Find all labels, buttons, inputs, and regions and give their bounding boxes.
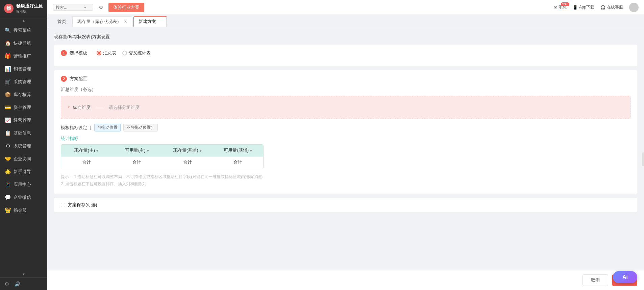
tab-new-close-icon[interactable]: ✕ xyxy=(159,20,162,24)
gift-icon: 🎁 xyxy=(5,53,11,59)
resize-handle[interactable] xyxy=(642,152,644,166)
radio-cross-label: 交叉统计表 xyxy=(129,50,151,56)
box-icon: 📦 xyxy=(5,92,11,98)
tab-home-label: 首页 xyxy=(57,19,66,25)
radio-summary-dot xyxy=(97,51,101,55)
sidebar-item-vip[interactable]: 👑 畅会员 xyxy=(0,204,47,217)
content-area: 现存量(库存状况表)方案设置 1 选择模板 汇总表 交叉统计表 xyxy=(47,28,644,270)
step2-title: 方案配置 xyxy=(70,76,87,82)
online-service-button[interactable]: 🎧 在线客服 xyxy=(600,4,623,10)
stats-table: 现存量(主) 可用量(主) xyxy=(61,144,264,168)
topbar-gear-icon[interactable]: ⚙ xyxy=(99,4,103,10)
chip-nodrag: 不可拖动位置） xyxy=(123,124,158,131)
sidebar-item-search[interactable]: 🔍 搜索菜单 xyxy=(0,24,47,37)
trial-button[interactable]: 体验行业方案 xyxy=(108,3,144,12)
radio-cross-table[interactable]: 交叉统计表 xyxy=(122,50,151,56)
step1-header: 1 选择模板 汇总表 交叉统计表 xyxy=(61,50,630,56)
sidebar-item-management[interactable]: 📈 经营管理 xyxy=(0,114,47,127)
dimension-box[interactable]: * 纵向维度 —— 请选择分组维度 xyxy=(61,96,630,119)
online-service-label: 在线客服 xyxy=(607,4,623,10)
col-0-label: 现存量(主) xyxy=(74,147,95,153)
sidebar-scroll-up[interactable]: ▲ xyxy=(0,17,47,24)
trending-icon: 📈 xyxy=(5,117,11,123)
message-icon: ✉ xyxy=(554,5,557,10)
save-label: 方案保存(可选) xyxy=(68,202,97,208)
required-mark: * xyxy=(68,105,70,110)
ai-float-button[interactable]: Ai xyxy=(613,271,637,283)
logo-icon: 畅 xyxy=(4,4,14,13)
dimension-name: 纵向维度 xyxy=(73,104,91,111)
step1-section: 1 选择模板 汇总表 交叉统计表 xyxy=(54,45,637,66)
sidebar-item-label: 经营管理 xyxy=(14,117,31,123)
sidebar-item-enterprise[interactable]: 🤝 企业协同 xyxy=(0,152,47,165)
dimension-separator: —— xyxy=(95,105,104,110)
sidebar-item-nav[interactable]: 🏠 快捷导航 xyxy=(0,37,47,50)
cancel-button[interactable]: 取消 xyxy=(583,274,608,286)
topbar: ⚙ 体验行业方案 ✉ 消息 99+ 📱 App下载 🎧 在线客服 xyxy=(47,0,644,15)
sidebar-item-marketing[interactable]: 🎁 营销推广 xyxy=(0,50,47,63)
search-dropdown-icon[interactable] xyxy=(84,5,86,10)
content-wrapper: ✕ ⤢ 现存量(库存状况表)方案设置 1 选择模板 汇总表 xyxy=(47,28,644,290)
sidebar-item-finance[interactable]: 💳 资金管理 xyxy=(0,101,47,114)
sidebar-item-label: 新手引导 xyxy=(14,169,31,175)
sidebar: 畅 畅康通好生意 标准版 ▲ 🔍 搜索菜单 🏠 快捷导航 🎁 营销推广 📊 销售… xyxy=(0,0,47,290)
page-title: 现存量(库存状况表)方案设置 xyxy=(54,34,637,40)
col-2-chevron[interactable] xyxy=(200,148,202,153)
stats-table-row-1: 合计 合计 合计 合计 xyxy=(61,156,263,168)
col-3-label: 可用量(基辅) xyxy=(224,147,249,153)
step2-section: 2 方案配置 汇总维度（必选） * 纵向维度 —— 请选择分组维度 模板指标设定… xyxy=(54,70,637,194)
tabbar: 首页 现存量（库存状况表） ✕ 新建方案 ✕ xyxy=(47,15,644,28)
tab-inventory[interactable]: 现存量（库存状况表） ✕ xyxy=(72,16,132,27)
tab-new-label: 新建方案 xyxy=(139,19,156,25)
app-download-button[interactable]: 📱 App下载 xyxy=(573,4,594,10)
step2-header: 2 方案配置 xyxy=(61,76,630,82)
tab-new-plan[interactable]: 新建方案 ✕ xyxy=(133,16,167,27)
chat-icon: 💬 xyxy=(5,194,11,200)
sidebar-items-list: 🔍 搜索菜单 🏠 快捷导航 🎁 营销推广 📊 销售管理 🛒 采购管理 📦 库存核… xyxy=(0,24,47,271)
sidebar-item-sales[interactable]: 📊 销售管理 xyxy=(0,63,47,75)
chart-icon: 📊 xyxy=(5,66,11,72)
app-download-label: App下载 xyxy=(579,4,594,10)
sidebar-item-wechat[interactable]: 💬 企业微信 xyxy=(0,191,47,204)
col-3-chevron[interactable] xyxy=(250,148,252,153)
sidebar-item-guide[interactable]: 🌟 新手引导 xyxy=(0,165,47,178)
app-name: 畅康通好生意 xyxy=(16,3,43,9)
sidebar-item-system[interactable]: ⚙ 系统管理 xyxy=(0,140,47,152)
sidebar-item-label: 资金管理 xyxy=(14,104,31,111)
user-avatar[interactable] xyxy=(629,3,639,12)
chip-draggable: 可拖动位置 xyxy=(94,124,121,131)
sidebar-item-basic[interactable]: 📋 基础信息 xyxy=(0,127,47,140)
radio-summary-table[interactable]: 汇总表 xyxy=(97,50,116,56)
radio-cross-dot xyxy=(122,51,127,55)
sidebar-item-label: 系统管理 xyxy=(14,143,31,149)
stats-col-3: 可用量(基辅) xyxy=(213,145,264,156)
sidebar-scroll-down[interactable]: ▼ xyxy=(0,271,47,277)
home-icon: 🏠 xyxy=(5,40,11,46)
tab-home[interactable]: 首页 xyxy=(53,17,71,27)
template-indicators: 模板指标设定（ 可拖动位置 不可拖动位置） 统计指标 现存量(主) xyxy=(61,124,630,169)
save-checkbox[interactable] xyxy=(61,203,65,207)
tab-inventory-label: 现存量（库存状况表） xyxy=(77,19,121,25)
clipboard-icon: 📋 xyxy=(5,130,11,136)
card-icon: 💳 xyxy=(5,104,11,111)
stats-title: 统计指标 xyxy=(61,136,630,142)
search-icon: 🔍 xyxy=(5,27,11,33)
col-0-chevron[interactable] xyxy=(96,148,98,153)
sidebar-item-appstore[interactable]: 📱 应用中心 xyxy=(0,178,47,191)
col-0-summary: 合计 xyxy=(61,156,112,168)
sidebar-item-label: 营销推广 xyxy=(14,53,31,59)
download-icon: 📱 xyxy=(573,5,578,10)
sidebar-item-purchase[interactable]: 🛒 采购管理 xyxy=(0,75,47,88)
sound-icon[interactable]: 🔊 xyxy=(15,281,20,287)
col-2-label: 现存量(基辅) xyxy=(173,147,198,153)
message-button[interactable]: ✉ 消息 99+ xyxy=(554,4,567,10)
template-radio-group: 汇总表 交叉统计表 xyxy=(97,50,151,56)
sidebar-item-label: 畅会员 xyxy=(14,207,27,213)
tab-inventory-close-icon[interactable]: ✕ xyxy=(124,20,127,24)
settings-bottom-icon[interactable]: ⚙ xyxy=(5,281,9,287)
star-icon: 🌟 xyxy=(5,169,11,175)
sidebar-item-label: 快捷导航 xyxy=(14,40,31,46)
search-input[interactable] xyxy=(56,5,83,10)
col-1-chevron[interactable] xyxy=(147,148,149,153)
sidebar-item-inventory[interactable]: 📦 库存核算 xyxy=(0,88,47,101)
